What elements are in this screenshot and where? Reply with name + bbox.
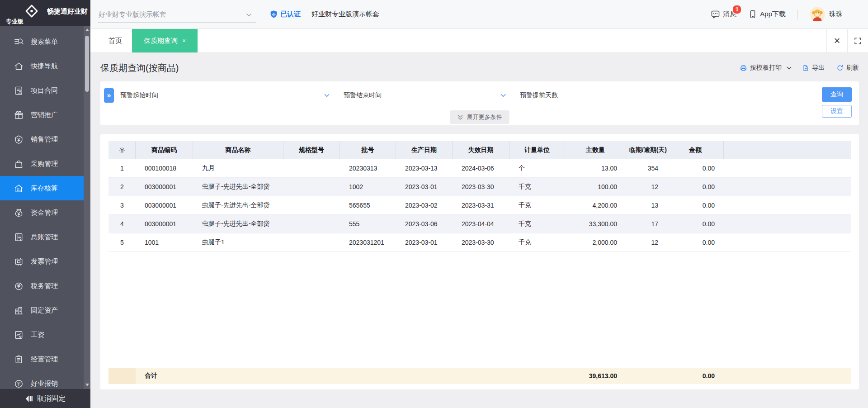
sidebar-item-label: 好业报销 xyxy=(31,380,58,388)
table-cell: 2023-04-04 xyxy=(453,220,509,228)
table-cell: 九月 xyxy=(193,164,283,172)
expand-more-conditions-button[interactable]: 展开更多条件 xyxy=(450,110,509,124)
table-cell: 0.00 xyxy=(667,239,724,246)
column-header-label: 商品编码 xyxy=(151,146,177,154)
export-button[interactable]: 导出 xyxy=(802,64,825,72)
sidebar-item-project-contract[interactable]: 项目合同 xyxy=(0,78,90,103)
settings-button[interactable]: 设置 xyxy=(822,105,852,118)
table-cell: 555 xyxy=(340,220,396,228)
table-cell: 003000001 xyxy=(136,220,193,228)
column-header-label: 商品名称 xyxy=(226,146,251,154)
column-header-label: 失效日期 xyxy=(468,146,494,154)
table-row[interactable]: 2003000001虫腿子-先进先出-全部贷10022023-03-012023… xyxy=(108,178,851,196)
scroll-up-arrow-icon[interactable] xyxy=(84,26,90,33)
app-download-button[interactable]: App下载 xyxy=(748,9,786,19)
sidebar-item-label: 税务管理 xyxy=(31,282,58,290)
printer-icon xyxy=(740,64,747,72)
unpin-sidebar-button[interactable]: 取消固定 xyxy=(0,389,90,408)
tab-home[interactable]: 首页 xyxy=(99,29,132,52)
sidebar-item-label: 总账管理 xyxy=(31,233,58,242)
chevron-down-icon[interactable] xyxy=(324,93,330,98)
user-menu[interactable]: 珠珠 xyxy=(810,7,843,22)
sidebar-item-invoice-mgmt[interactable]: 发票管理 xyxy=(0,249,90,274)
summary-total-value: 0.00 xyxy=(667,368,724,384)
table-row[interactable]: 3003000001虫腿子-先进先出-全部贷5656552023-03-0220… xyxy=(108,196,851,215)
sidebar-item-quick-nav[interactable]: 快捷导航 xyxy=(0,54,90,78)
table-cell: 3 xyxy=(108,202,136,209)
messages-button[interactable]: 消息 1 xyxy=(711,9,736,19)
table-cell: 千克 xyxy=(509,238,565,247)
double-chevron-down-icon xyxy=(458,115,463,120)
table-row[interactable]: 4003000001虫腿子-先进先出-全部贷5552023-03-062023-… xyxy=(108,215,851,233)
column-header-label: 临期/逾期(天) xyxy=(629,146,667,154)
avatar xyxy=(810,7,825,22)
table-panel: 商品编码商品名称规格型号批号生产日期失效日期计量单位主数量临期/逾期(天)金额 … xyxy=(100,134,859,389)
payroll-icon xyxy=(14,330,24,340)
table-cell: 虫腿子1 xyxy=(193,238,283,247)
sales-mgmt-icon xyxy=(14,134,24,145)
filter-row: » 预警起始时间预警结束时间预警提前天数 xyxy=(100,81,859,103)
tax-mgmt-icon xyxy=(14,281,24,291)
verified-label: 已认证 xyxy=(280,10,301,19)
summary-total-value: 39,613.00 xyxy=(565,368,626,384)
summary-cell xyxy=(626,368,667,384)
table-cell: 565655 xyxy=(340,202,396,209)
print-label: 按模板打印 xyxy=(750,64,782,72)
tab-bar: 首页 保质期查询 × × xyxy=(90,29,868,53)
scrollbar-thumb[interactable] xyxy=(85,36,89,92)
print-options-dropdown[interactable] xyxy=(786,66,792,70)
collapse-filter-tag[interactable]: » xyxy=(104,88,114,103)
table-cell: 2023-03-01 xyxy=(396,239,453,246)
table-cell: 000100018 xyxy=(136,165,193,172)
sidebar-item-marketing[interactable]: 营销推广 xyxy=(0,103,90,127)
column-header: 主数量 xyxy=(565,141,626,159)
table-row[interactable]: 51001虫腿子120230312012023-03-012023-03-30千… xyxy=(108,233,851,252)
sidebar-item-expense[interactable]: 好业报销 xyxy=(0,371,90,389)
filter-field-input[interactable] xyxy=(563,89,744,102)
search-button[interactable]: 查询 xyxy=(822,87,852,102)
fullscreen-button[interactable] xyxy=(847,29,868,52)
table-cell: 2023-03-13 xyxy=(396,165,453,172)
column-settings-button[interactable] xyxy=(108,141,136,159)
sidebar-item-payroll[interactable]: 工资 xyxy=(0,323,90,347)
sidebar-item-tax-mgmt[interactable]: 税务管理 xyxy=(0,274,90,298)
summary-cell xyxy=(509,368,565,384)
table-cell: 个 xyxy=(509,164,565,172)
scroll-down-arrow-icon[interactable] xyxy=(84,381,90,389)
chevron-down-icon[interactable] xyxy=(500,93,506,98)
marketing-icon xyxy=(14,110,24,120)
table-cell: 2024-03-06 xyxy=(453,165,509,172)
sidebar-item-general-ledger[interactable]: 总账管理 xyxy=(0,225,90,249)
tab-bar-spacer xyxy=(198,29,826,52)
table-cell: 虫腿子-先进先出-全部贷 xyxy=(193,220,283,228)
sidebar-item-business-mgmt[interactable]: 经营管理 xyxy=(0,347,90,371)
sidebar-item-sales-mgmt[interactable]: 销售管理 xyxy=(0,127,90,152)
filter-field-input[interactable] xyxy=(387,89,508,102)
refresh-label: 刷新 xyxy=(846,64,859,72)
sidebar-item-purchase-mgmt[interactable]: 采购管理 xyxy=(0,152,90,176)
tab-close-icon[interactable]: × xyxy=(182,37,186,44)
print-by-template-button[interactable]: 按模板打印 xyxy=(740,64,782,72)
table-cell: 0.00 xyxy=(667,202,724,209)
table-cell: 20230313 xyxy=(340,165,396,172)
sidebar-item-fixed-assets[interactable]: 固定资产 xyxy=(0,298,90,323)
tab-shelf-life-query[interactable]: 保质期查询 × xyxy=(132,29,198,52)
project-contract-icon xyxy=(14,85,24,96)
table-cell: 0.00 xyxy=(667,165,724,172)
refresh-button[interactable]: 刷新 xyxy=(836,64,859,72)
sidebar-item-label: 发票管理 xyxy=(31,257,58,266)
quick-nav-icon xyxy=(14,61,24,71)
table-cell: 千克 xyxy=(509,201,565,209)
sidebar-item-inventory-accounting[interactable]: 库存核算 xyxy=(0,176,90,200)
sidebar-item-search-menu[interactable]: 搜索菜单 xyxy=(0,29,90,54)
close-tabs-button[interactable]: × xyxy=(826,29,847,52)
filter-field-input[interactable] xyxy=(164,89,332,102)
chevron-down-icon xyxy=(245,13,252,17)
table-row[interactable]: 1000100018九月202303132023-03-132024-03-06… xyxy=(108,159,851,178)
filter-field-label: 预警提前天数 xyxy=(520,91,558,100)
grid-header-row: 商品编码商品名称规格型号批号生产日期失效日期计量单位主数量临期/逾期(天)金额 xyxy=(108,141,851,159)
messages-count-badge: 1 xyxy=(732,5,742,14)
account-book-select[interactable]: 好业财专业版演示帐套 xyxy=(98,10,256,23)
sidebar-item-funds-mgmt[interactable]: 资金管理 xyxy=(0,200,90,225)
sidebar-scrollbar[interactable] xyxy=(84,26,90,389)
